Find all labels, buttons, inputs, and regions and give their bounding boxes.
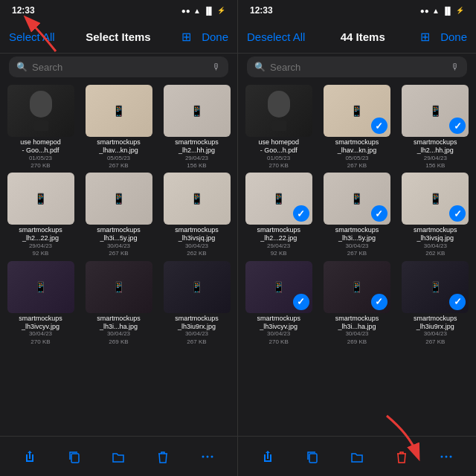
file-thumb-left-4: 📱	[7, 173, 74, 225]
file-thumb-right-7: 📱	[245, 261, 312, 313]
file-item-right-6[interactable]: 📱 smartmockups_lh3ivsjq.jpg 30/04/23262 …	[398, 173, 473, 257]
file-thumb-left-8: 📱	[86, 261, 152, 313]
file-meta-right-2: 05/05/23267 KB	[345, 155, 368, 170]
folder-button-right[interactable]	[341, 440, 373, 473]
file-thumb-right-1	[245, 85, 312, 137]
file-item-left-6[interactable]: 📱 smartmockups_lh3ivsjq.jpg 30/04/23262 …	[159, 173, 234, 257]
top-bar-left: Select All Select Items ⊞ Done	[0, 21, 237, 54]
file-thumb-left-2: 📱	[86, 85, 152, 137]
file-item-right-8[interactable]: 📱 smartmockups_lh3i...ha.jpg 30/04/23269…	[319, 261, 394, 346]
delete-button-left[interactable]	[147, 440, 179, 473]
file-name-right-8: smartmockups_lh3i...ha.jpg	[324, 315, 390, 331]
svg-point-1	[202, 455, 205, 457]
file-meta-right-9: 30/04/23267 KB	[424, 330, 447, 346]
share-button-right[interactable]	[251, 440, 284, 473]
done-button-left[interactable]: Done	[202, 30, 228, 43]
copy-button-right[interactable]	[296, 440, 329, 473]
file-meta-right-5: 30/04/23267 KB	[345, 242, 368, 258]
status-time-left: 12:33	[12, 5, 35, 16]
file-item-left-5[interactable]: 📱 smartmockups_lh3i...5y.jpg 30/04/23267…	[81, 173, 156, 257]
search-wrapper-right: 🔍 🎙	[247, 57, 467, 77]
file-item-right-3[interactable]: 📱 smartmockups_lh2...hh.jpg 29/04/23156 …	[398, 85, 473, 170]
svg-point-8	[450, 455, 452, 457]
file-thumb-left-6: 📱	[164, 173, 231, 225]
file-name-right-5: smartmockups_lh3i...5y.jpg	[324, 226, 390, 242]
file-meta-right-3: 29/04/23156 KB	[424, 155, 447, 170]
svg-rect-5	[309, 454, 317, 463]
grid-view-icon-left[interactable]: ⊞	[181, 30, 191, 44]
select-all-button[interactable]: Select All	[9, 30, 55, 43]
search-input-right[interactable]	[270, 62, 446, 73]
file-meta-right-1: 01/05/23270 KB	[267, 155, 290, 170]
file-item-right-2[interactable]: 📱 smartmockups_lhav...kn.jpg 05/05/23267…	[319, 85, 394, 170]
folder-button-left[interactable]	[102, 440, 135, 473]
file-meta-right-8: 30/04/23269 KB	[345, 330, 368, 346]
file-item-left-9[interactable]: 📱 smartmockups_lh3iu9rx.jpg 30/04/23267 …	[159, 261, 234, 346]
file-item-right-5[interactable]: 📱 smartmockups_lh3i...5y.jpg 30/04/23267…	[319, 173, 394, 257]
file-item-left-7[interactable]: 📱 smartmockups_lh3ivcyv.jpg 30/04/23270 …	[3, 261, 78, 346]
wifi-icon-left: ▲	[193, 7, 201, 15]
top-bar-right-right: ⊞ Done	[420, 30, 467, 44]
mic-icon-right: 🎙	[451, 62, 460, 72]
file-name-left-8: smartmockups_lh3i...ha.jpg	[86, 315, 152, 331]
file-name-left-3: smartmockups_lh2...hh.jpg	[164, 138, 231, 155]
delete-button-right[interactable]	[385, 440, 418, 473]
file-name-left-9: smartmockups_lh3iu9rx.jpg	[164, 315, 231, 331]
file-item-right-9[interactable]: 📱 smartmockups_lh3iu9rx.jpg 30/04/23267 …	[398, 261, 473, 346]
svg-point-7	[446, 455, 448, 457]
file-item-right-4[interactable]: 📱 smartmockups_lh2...22.jpg 29/04/2392 K…	[241, 173, 316, 257]
file-item-left-3[interactable]: 📱 smartmockups_lh2...hh.jpg 29/04/23156 …	[159, 85, 234, 170]
grid-view-icon-right[interactable]: ⊞	[420, 30, 430, 44]
file-item-right-7[interactable]: 📱 smartmockups_lh3ivcyv.jpg 30/04/23270 …	[241, 261, 316, 346]
select-check-right-4	[293, 205, 309, 222]
file-item-left-1[interactable]: use homepod- Goo...h.pdf 01/05/23270 KB	[3, 85, 78, 170]
more-button-left[interactable]	[191, 440, 224, 473]
file-thumb-right-2: 📱	[324, 85, 390, 137]
more-button-right[interactable]	[430, 440, 463, 473]
svg-rect-0	[71, 454, 79, 463]
top-bar-right-left: ⊞ Done	[181, 30, 228, 44]
svg-point-6	[441, 455, 443, 457]
battery-charging-left: ⚡	[217, 7, 225, 14]
file-thumb-left-5: 📱	[86, 173, 152, 225]
file-thumb-right-9: 📱	[402, 261, 469, 313]
battery-icon-left: ▐▌	[204, 7, 214, 15]
file-item-left-2[interactable]: 📱 smartmockups_lhav...kn.jpg 05/05/23267…	[81, 85, 156, 170]
wifi-icon-right: ▲	[432, 7, 440, 15]
status-time-right: 12:33	[250, 5, 273, 16]
file-name-right-9: smartmockups_lh3iu9rx.jpg	[402, 315, 469, 331]
deselect-all-button[interactable]: Deselect All	[247, 30, 305, 43]
file-thumb-right-6: 📱	[402, 173, 469, 225]
battery-icon-right: ▐▌	[443, 7, 453, 15]
file-meta-left-8: 30/04/23269 KB	[107, 330, 130, 346]
file-meta-right-4: 29/04/2392 KB	[267, 242, 290, 258]
signal-icon-right: ●●	[420, 7, 429, 15]
file-name-left-2: smartmockups_lhav...kn.jpg	[86, 138, 152, 155]
file-meta-left-4: 29/04/2392 KB	[29, 242, 52, 258]
bottom-toolbar-left	[0, 436, 237, 476]
svg-point-2	[207, 455, 209, 457]
file-item-right-1[interactable]: use homepod- Goo...h.pdf 01/05/23270 KB	[241, 85, 316, 170]
file-item-left-8[interactable]: 📱 smartmockups_lh3i...ha.jpg 30/04/23269…	[81, 261, 156, 346]
copy-button-left[interactable]	[58, 440, 91, 473]
file-meta-left-7: 30/04/23270 KB	[29, 330, 52, 346]
file-thumb-right-5: 📱	[324, 173, 390, 225]
file-thumb-left-3: 📱	[164, 85, 231, 137]
file-name-right-7: smartmockups_lh3ivcyv.jpg	[245, 315, 312, 331]
status-icons-left: ●● ▲ ▐▌ ⚡	[181, 7, 225, 15]
select-check-right-8	[371, 294, 387, 310]
battery-charging-right: ⚡	[456, 7, 464, 14]
done-button-right[interactable]: Done	[440, 30, 467, 43]
search-icon-right: 🔍	[254, 62, 266, 72]
file-name-right-3: smartmockups_lh2...hh.jpg	[402, 138, 469, 155]
file-meta-left-9: 30/04/23267 KB	[185, 330, 208, 346]
file-item-left-4[interactable]: 📱 smartmockups_lh2...22.jpg 29/04/2392 K…	[3, 173, 78, 257]
file-name-left-5: smartmockups_lh3i...5y.jpg	[86, 226, 152, 242]
search-input-left[interactable]	[32, 62, 208, 73]
right-panel: 12:33 ●● ▲ ▐▌ ⚡ Deselect All 44 Items ⊞ …	[238, 0, 476, 476]
status-bar-left: 12:33 ●● ▲ ▐▌ ⚡	[0, 0, 237, 21]
file-meta-left-2: 05/05/23267 KB	[107, 155, 130, 170]
page-title-right: 44 Items	[341, 30, 385, 43]
share-button-left[interactable]	[13, 440, 46, 473]
status-bar-right: 12:33 ●● ▲ ▐▌ ⚡	[238, 0, 476, 21]
